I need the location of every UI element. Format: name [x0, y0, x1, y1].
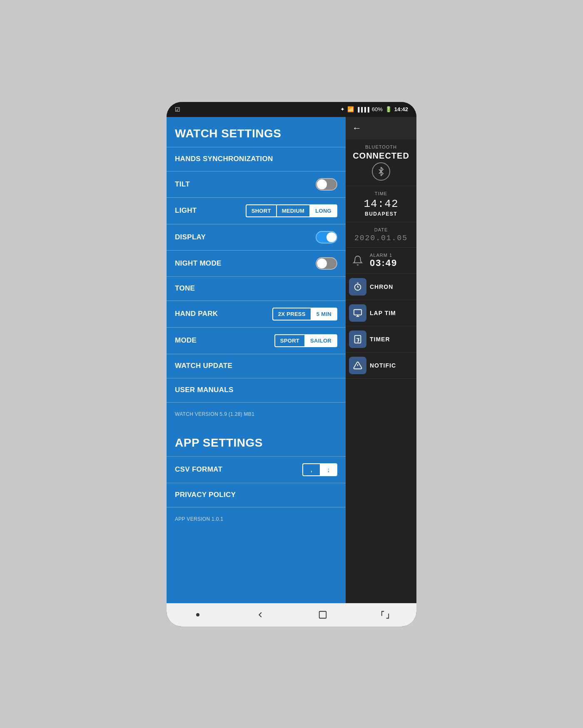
alarm-row[interactable]: ALARM 1 03:49	[346, 248, 416, 274]
csv-format-label: CSV FORMAT	[175, 465, 222, 474]
privacy-policy-row[interactable]: PRIVACY POLICY	[167, 483, 346, 507]
bluetooth-label: BLUETOOTH	[365, 144, 397, 149]
time-city: BUDAPEST	[365, 211, 397, 217]
status-bar: ☑ ✦ 📶 ▐▐▐▐ 60% 🔋 14:42	[167, 102, 416, 117]
light-label: LIGHT	[175, 206, 197, 215]
watch-version-label: WATCH VERSION 5.9 (1.28) MB1	[175, 411, 254, 417]
status-time: 14:42	[394, 106, 408, 112]
right-panel: ← BLUETOOTH CONNECTED TIME 14:42 BUDAPES…	[346, 117, 416, 603]
chrono-icon-box	[349, 278, 366, 296]
nav-dot-btn[interactable]	[185, 606, 210, 623]
hands-sync-row[interactable]: HANDS SYNCHRONIZATION	[167, 147, 346, 171]
wifi-icon: 📶	[347, 106, 354, 112]
mode-sport-btn[interactable]: SPORT	[275, 335, 304, 346]
light-medium-btn[interactable]: MEDIUM	[276, 205, 310, 216]
tone-label: TONE	[175, 284, 195, 293]
hand-park-2x-btn[interactable]: 2X PRESS	[273, 308, 311, 320]
nav-dot-icon	[196, 613, 199, 616]
app-version-row: APP VERSION 1.0.1	[167, 507, 346, 531]
display-toggle-knob	[326, 232, 336, 242]
battery-icon: 🔋	[385, 106, 392, 112]
hands-sync-label: HANDS SYNCHRONIZATION	[175, 155, 273, 163]
night-mode-row: NIGHT MODE	[167, 250, 346, 276]
time-label: TIME	[375, 191, 387, 196]
watch-version-row: WATCH VERSION 5.9 (1.28) MB1	[167, 402, 346, 426]
svg-rect-11	[319, 611, 326, 619]
nav-recent-icon	[381, 610, 390, 619]
hand-park-row: HAND PARK 2X PRESS 5 MIN	[167, 301, 346, 327]
hand-park-btn-group: 2X PRESS 5 MIN	[272, 308, 337, 321]
csv-semicolon-btn[interactable]: ;	[320, 464, 336, 475]
light-short-btn[interactable]: SHORT	[247, 205, 276, 216]
night-mode-toggle-knob	[317, 258, 327, 268]
notification-icon: ☑	[175, 106, 180, 113]
main-area: WATCH SETTINGS HANDS SYNCHRONIZATION TIL…	[167, 117, 416, 603]
light-long-btn[interactable]: LONG	[309, 205, 336, 216]
notif-label: NOTIFIC	[370, 362, 396, 369]
bluetooth-status: CONNECTED	[353, 151, 409, 161]
csv-comma-btn[interactable]: ,	[303, 464, 320, 475]
battery-level: 60%	[372, 106, 383, 112]
date-value: 2020.01.05	[354, 234, 408, 242]
tilt-toggle-knob	[317, 179, 327, 189]
light-row: LIGHT SHORT MEDIUM LONG	[167, 197, 346, 224]
notif-row[interactable]: NOTIFIC	[346, 353, 416, 379]
nav-back-icon	[256, 610, 265, 619]
display-row: DISPLAY	[167, 224, 346, 250]
tilt-toggle[interactable]	[316, 178, 337, 191]
date-item: DATE 2020.01.05	[346, 222, 416, 248]
mode-row: MODE SPORT SAILOR	[167, 327, 346, 354]
laptime-icon-box	[349, 304, 366, 322]
privacy-policy-label: PRIVACY POLICY	[175, 491, 236, 499]
notif-icon-box	[349, 357, 366, 374]
mode-label: MODE	[175, 336, 197, 345]
time-item: TIME 14:42 BUDAPEST	[346, 186, 416, 222]
alarm-icon-box	[349, 252, 366, 269]
date-label: DATE	[374, 227, 388, 232]
left-panel: WATCH SETTINGS HANDS SYNCHRONIZATION TIL…	[167, 117, 346, 603]
bluetooth-icon	[372, 162, 390, 181]
nav-back-btn[interactable]	[248, 606, 273, 623]
hand-park-5min-btn[interactable]: 5 MIN	[311, 308, 336, 320]
mode-sailor-btn[interactable]: SAILOR	[304, 335, 336, 346]
alarm-time: 03:49	[370, 258, 397, 268]
tone-row[interactable]: TONE	[167, 276, 346, 301]
app-version-label: APP VERSION 1.0.1	[175, 516, 223, 522]
chrono-row[interactable]: CHRON	[346, 274, 416, 300]
watch-update-label: WATCH UPDATE	[175, 362, 232, 370]
back-btn-row: ←	[346, 117, 416, 139]
display-label: DISPLAY	[175, 233, 206, 241]
alarm-label: ALARM 1	[370, 253, 397, 258]
nav-home-btn[interactable]	[310, 606, 335, 623]
signal-icon: ▐▐▐▐	[356, 107, 369, 112]
csv-format-row: CSV FORMAT , ;	[167, 456, 346, 483]
phone-frame: ☑ ✦ 📶 ▐▐▐▐ 60% 🔋 14:42 WATCH SETTINGS HA…	[167, 102, 416, 626]
mode-btn-group: SPORT SAILOR	[274, 334, 337, 347]
alarm-text: ALARM 1 03:49	[370, 253, 397, 268]
timer-row[interactable]: TIMER	[346, 326, 416, 353]
bottom-nav	[167, 603, 416, 626]
status-bar-left: ☑	[175, 106, 180, 113]
user-manuals-label: USER MANUALS	[175, 386, 234, 394]
nav-home-icon	[318, 610, 327, 619]
night-mode-toggle[interactable]	[316, 257, 337, 270]
display-toggle[interactable]	[316, 231, 337, 243]
time-value: 14:42	[364, 198, 398, 210]
watch-update-row[interactable]: WATCH UPDATE	[167, 354, 346, 378]
hand-park-label: HAND PARK	[175, 310, 218, 318]
light-btn-group: SHORT MEDIUM LONG	[246, 204, 337, 217]
bluetooth-status-icon: ✦	[340, 106, 345, 112]
night-mode-label: NIGHT MODE	[175, 259, 222, 268]
tilt-label: TILT	[175, 180, 190, 189]
chrono-label: CHRON	[370, 283, 393, 290]
nav-recent-btn[interactable]	[373, 606, 398, 623]
watch-settings-title: WATCH SETTINGS	[167, 117, 346, 147]
user-manuals-row[interactable]: USER MANUALS	[167, 378, 346, 402]
laptime-label: LAP TIM	[370, 310, 396, 316]
bluetooth-item: BLUETOOTH CONNECTED	[346, 139, 416, 186]
laptime-row[interactable]: LAP TIM	[346, 300, 416, 326]
svg-rect-3	[354, 309, 361, 315]
status-bar-right: ✦ 📶 ▐▐▐▐ 60% 🔋 14:42	[340, 106, 408, 112]
back-button[interactable]: ←	[352, 123, 361, 134]
timer-label: TIMER	[370, 336, 390, 343]
